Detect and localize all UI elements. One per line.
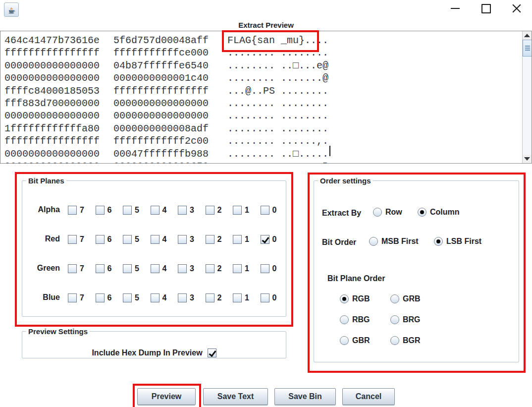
green-bit-7-checkbox[interactable] [68,264,77,273]
bit-plane-order-radio-bgr[interactable] [390,336,399,345]
red-bit-6-checkbox[interactable] [96,235,105,244]
save-bin-button[interactable]: Save Bin [274,388,336,405]
bit-number-label: 5 [135,206,139,214]
green-bit-0-checkbox[interactable] [261,264,269,273]
blue-bit-4-checkbox[interactable] [151,293,160,302]
bit-plane-order-option: RBG [340,315,370,324]
bit-order-label: LSB First [446,237,481,246]
green-bit-3-checkbox[interactable] [178,264,187,273]
bit-order-option: MSB First [369,237,419,246]
bit-cell: 1 [233,234,249,244]
bit-cell: 2 [206,293,222,302]
bit-number-label: 3 [190,293,194,302]
bit-plane-order-radio-rgb[interactable] [340,294,349,303]
include-hex-dump-checkbox[interactable] [208,349,216,357]
ascii-column: ........ .......@ [227,72,328,84]
bit-number-label: 1 [245,235,249,243]
blue-bit-7-checkbox[interactable] [68,293,77,302]
extract-by-radio-row[interactable] [373,208,382,217]
red-bit-2-checkbox[interactable] [206,235,214,244]
alpha-bit-1-checkbox[interactable] [233,206,242,215]
green-bit-6-checkbox[interactable] [96,264,105,273]
vertical-scrollbar[interactable] [522,31,532,163]
hex-dump-row: ffffc84000185053ffffffffffffffff...@..PS… [0,85,522,98]
bit-plane-order-option: RGB [340,294,370,303]
scrollbar-thumb[interactable] [523,40,532,57]
hex-dump-row: 464c41477b73616e5f6d757d00048affFLAG{san… [0,35,522,47]
red-bit-3-checkbox[interactable] [178,235,187,244]
ascii-column: ........ .......P [227,161,328,164]
red-bit-7-checkbox[interactable] [68,235,77,244]
green-bit-1-checkbox[interactable] [233,264,242,273]
preview-settings-title: Preview Settings [26,327,90,336]
red-bit-0-checkbox[interactable] [261,235,269,244]
blue-bit-1-checkbox[interactable] [233,293,242,302]
bit-number-label: 3 [190,235,194,243]
preview-settings-panel: Preview Settings Include Hex Dump In Pre… [22,327,286,358]
order-settings-panel: Order settings Extract By RowColumn Bit … [314,176,519,362]
hex-dump-row: 000000000000000004b87ffffffe6540........… [0,60,522,72]
hex-dump-row: 00000000000000000000000000001c40........… [0,72,522,85]
bit-plane-order-radio-brg[interactable] [390,315,399,324]
green-bit-2-checkbox[interactable] [206,264,214,273]
alpha-bit-7-checkbox[interactable] [68,206,77,215]
bit-cell: 4 [151,205,167,215]
red-bit-5-checkbox[interactable] [123,235,132,244]
extract-by-radio-column[interactable] [418,208,426,217]
bit-order-radio-msb-first[interactable] [369,237,378,246]
bit-number-label: 6 [107,206,112,214]
bit-plane-order-radio-grb[interactable] [390,294,399,303]
alpha-bit-4-checkbox[interactable] [151,206,160,215]
blue-bit-3-checkbox[interactable] [178,293,187,302]
hex-group-1: 1ffffffffffffa80 [4,123,100,134]
maximize-button[interactable] [471,0,501,17]
window-menu-button[interactable] [4,2,19,17]
red-bit-1-checkbox[interactable] [233,235,242,244]
alpha-bit-5-checkbox[interactable] [123,206,132,215]
hex-dump-row: 000000000000000000047fffffffb988........… [0,148,522,161]
bit-cell: 6 [96,234,112,244]
cancel-button[interactable]: Cancel [342,388,395,405]
bit-cell: 5 [123,264,139,273]
bit-plane-order-option: GRB [390,294,421,303]
green-bit-4-checkbox[interactable] [151,264,160,273]
bit-cell: 5 [123,205,139,215]
alpha-bit-0-checkbox[interactable] [261,206,269,215]
scroll-down-button[interactable] [523,155,532,163]
bit-cell: 7 [68,205,84,215]
red-bit-4-checkbox[interactable] [151,235,160,244]
ascii-column: ...@..PS ........ [227,85,328,97]
blue-bit-6-checkbox[interactable] [96,293,105,302]
minimize-button[interactable] [440,0,471,17]
bit-number-label: 7 [80,264,84,273]
alpha-bit-2-checkbox[interactable] [206,206,214,215]
scroll-up-button[interactable] [523,31,532,40]
bit-cell: 4 [151,293,167,302]
preview-button[interactable]: Preview [137,388,196,405]
extract-preview-textarea[interactable]: 464c41477b73616e5f6d757d00048affFLAG{san… [0,31,532,164]
close-button[interactable] [501,0,532,17]
bit-plane-order-radio-gbr[interactable] [340,336,349,345]
bit-plane-row-green: Green76543210 [22,264,286,274]
bit-plane-order-radio-rbg[interactable] [340,315,349,324]
alpha-bit-6-checkbox[interactable] [96,206,105,215]
alpha-bit-3-checkbox[interactable] [178,206,187,215]
bit-cell: 7 [68,234,84,244]
bit-number-label: 0 [272,264,277,273]
save-text-button[interactable]: Save Text [203,388,268,405]
hex-dump-row: fffffffffffffffffffffffffffce000........… [0,47,522,59]
bit-order-radio-lsb-first[interactable] [434,237,443,246]
bit-cell: 3 [178,264,194,273]
green-bit-5-checkbox[interactable] [123,264,132,273]
hex-group-1: 0000000000000000 [4,60,100,71]
bit-cell: 0 [261,205,277,215]
bit-plane-row-blue: Blue76543210 [22,293,286,303]
blue-bit-5-checkbox[interactable] [123,293,132,302]
blue-bit-0-checkbox[interactable] [261,293,269,302]
data-extract-window: Extract Preview 464c41477b73616e5f6d757d… [0,0,532,407]
channel-label-alpha: Alpha [27,205,60,214]
bit-plane-order-label: GRB [403,294,421,303]
bit-cell: 3 [178,234,194,244]
bit-planes-title: Bit Planes [26,176,66,185]
blue-bit-2-checkbox[interactable] [206,293,214,302]
